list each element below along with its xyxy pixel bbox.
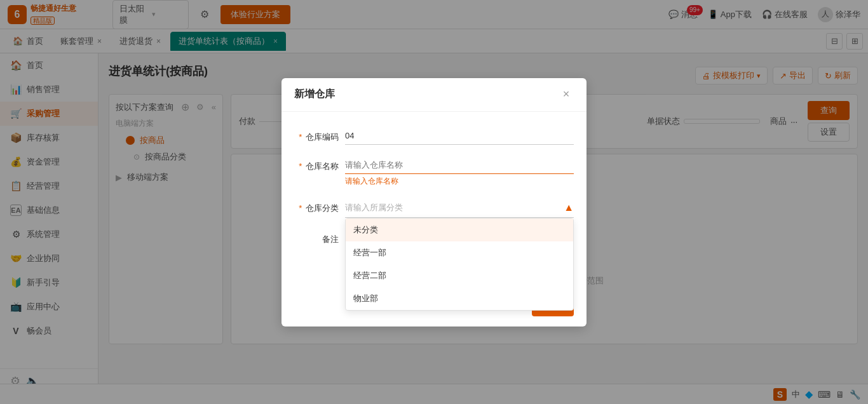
code-input[interactable] — [345, 127, 574, 145]
code-label: * 仓库编码 — [294, 127, 345, 143]
name-error-msg: 请输入仓库名称 — [345, 176, 574, 187]
dialog-close-button[interactable]: × — [559, 87, 574, 102]
warehouse-category-row: * 仓库分类 请输入所属分类 ▲ 未分类 经营一部 经营二部 物业部 — [294, 198, 574, 218]
modal-overlay: 新增仓库 × * 仓库编码 * 仓库名称 — [0, 0, 868, 404]
warehouse-code-row: * 仓库编码 — [294, 127, 574, 145]
dialog-header: 新增仓库 × — [281, 78, 587, 112]
category-label: * 仓库分类 — [294, 198, 345, 214]
category-arrow-icon: ▲ — [564, 202, 574, 213]
warehouse-name-row: * 仓库名称 请输入仓库名称 — [294, 156, 574, 187]
category-select[interactable]: 请输入所属分类 ▲ — [345, 198, 574, 218]
dropdown-item-ops2[interactable]: 经营二部 — [346, 264, 573, 287]
category-placeholder: 请输入所属分类 — [345, 202, 403, 213]
dropdown-item-unclassified[interactable]: 未分类 — [346, 219, 573, 241]
name-input[interactable] — [345, 156, 574, 174]
dropdown-item-property[interactable]: 物业部 — [346, 287, 573, 310]
category-field: 请输入所属分类 ▲ 未分类 经营一部 经营二部 物业部 — [345, 198, 574, 218]
code-field — [345, 127, 574, 145]
name-label: * 仓库名称 — [294, 156, 345, 172]
new-warehouse-dialog: 新增仓库 × * 仓库编码 * 仓库名称 — [281, 78, 587, 327]
dialog-title: 新增仓库 — [294, 88, 335, 101]
dialog-body: * 仓库编码 * 仓库名称 请输入仓库名称 — [281, 112, 587, 291]
note-label: 备注 — [294, 229, 345, 245]
dropdown-item-ops1[interactable]: 经营一部 — [346, 241, 573, 264]
name-field: 请输入仓库名称 — [345, 156, 574, 187]
category-dropdown: 未分类 经营一部 经营二部 物业部 — [345, 218, 574, 311]
